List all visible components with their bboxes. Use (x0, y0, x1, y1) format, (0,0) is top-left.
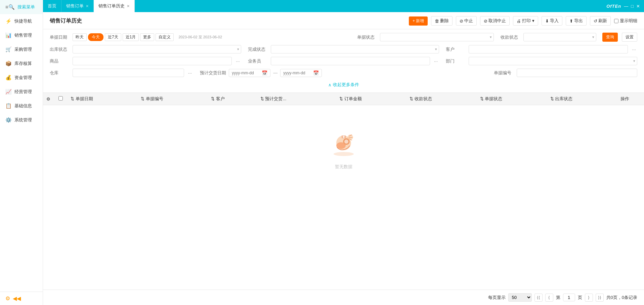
sidebar-item-purchase-mgmt[interactable]: 🛒 采购管理 (0, 42, 43, 56)
sidebar-settings-icon[interactable]: ⚙ (5, 295, 10, 302)
show-detail-checkbox-label[interactable]: 显示明细 (614, 18, 637, 24)
delivery-date-from-calendar-icon[interactable]: 📅 (262, 70, 267, 76)
date-btn-yesterday[interactable]: 昨天 (73, 33, 87, 41)
export-button[interactable]: ⬆ 导出 (566, 16, 587, 26)
delivery-date-from-input[interactable] (232, 71, 260, 75)
collapse-up-icon: ∧ (328, 82, 332, 87)
th-order-status-label: ⇅ 单据状态 (480, 96, 503, 101)
content-area: 销售订单历史 + 新增 🗑 🗑 删除 删除 ⊘ 中止 ⊘ 取消中止 (43, 12, 644, 305)
quick-nav-icon: ⚡ (5, 18, 12, 24)
order-no-input[interactable] (517, 69, 637, 77)
order-status-select[interactable] (380, 33, 494, 41)
dept-select[interactable] (469, 57, 637, 65)
customer-input[interactable] (469, 45, 628, 53)
delivery-date-to-input[interactable] (283, 71, 312, 75)
sidebar: ≡🔍 搜索菜单 ⚡ 快捷导航 📊 销售管理 🛒 采购管理 📦 库存核算 💰 资金… (0, 0, 43, 305)
product-dots-btn[interactable]: ··· (234, 59, 241, 64)
th-customer: ⇅ 客户 (208, 93, 257, 105)
th-delivery-date: ⇅ 预计交货... (257, 93, 336, 105)
settings-button[interactable]: 设置 (622, 33, 637, 42)
purchase-mgmt-icon: 🛒 (5, 46, 12, 52)
filter-out-status: 出库状态 ▾ (50, 45, 241, 53)
date-btn-custom[interactable]: 自定义 (156, 33, 174, 41)
date-btn-1month[interactable]: 近1月 (123, 33, 139, 41)
sidebar-item-search-menu[interactable]: ≡🔍 搜索菜单 (0, 0, 43, 14)
main-area: 首页 销售订单 ✕ 销售订单历史 ✕ OfTEn — □ ✕ 销售订单历史 + … (43, 0, 644, 305)
salesperson-dots-btn[interactable]: ··· (433, 59, 439, 64)
table-settings-icon[interactable]: ⚙ (46, 97, 50, 102)
date-btn-7days[interactable]: 近7天 (105, 33, 121, 41)
first-page-btn[interactable]: ⟨⟨ (534, 294, 543, 302)
table-header-row: ⚙ ⇅ 单据日期 ⇅ 单据编号 ⇅ 客户 (43, 93, 644, 105)
sidebar-label-search-menu: 搜索菜单 (17, 4, 35, 10)
sidebar-item-system-mgmt[interactable]: ⚙️ 系统管理 (0, 113, 43, 127)
out-status-select[interactable] (73, 45, 241, 53)
system-mgmt-icon: ⚙️ (5, 117, 12, 123)
sidebar-item-capital-mgmt[interactable]: 💰 资金管理 (0, 71, 43, 85)
th-order-status: ⇅ 单据状态 (477, 93, 547, 105)
date-dash: — (273, 70, 277, 75)
sidebar-label-basic-info: 基础信息 (14, 103, 32, 109)
payment-status-select[interactable] (523, 33, 596, 41)
next-page-btn[interactable]: ⟩ (585, 294, 593, 302)
topbar-close-btn[interactable]: ✕ (636, 4, 640, 9)
new-button[interactable]: + 新增 (409, 16, 428, 26)
tab-sales-order-history[interactable]: 销售订单历史 ✕ (94, 0, 135, 12)
import-button[interactable]: ⬇ 导入 (542, 16, 562, 26)
sidebar-label-system-mgmt: 系统管理 (14, 117, 32, 123)
delivery-date-from-box: 📅 (229, 69, 270, 77)
complete-status-select[interactable] (271, 45, 439, 53)
tab-sales-order-history-label: 销售订单历史 (98, 3, 125, 9)
filter-order-no: 单据编号 (494, 69, 637, 77)
tab-sales-order-history-close[interactable]: ✕ (127, 4, 130, 8)
th-settings: ⚙ (43, 93, 55, 105)
salesperson-input[interactable] (271, 57, 430, 65)
topbar-min-btn[interactable]: — (624, 4, 628, 9)
sidebar-item-quick-nav[interactable]: ⚡ 快捷导航 (0, 14, 43, 28)
print-button[interactable]: 🖨 打印 ▾ (513, 16, 538, 26)
topbar-max-btn[interactable]: □ (631, 4, 634, 9)
collapse-row[interactable]: ∧ 收起更多条件 (50, 80, 637, 89)
last-page-btn[interactable]: ⟩⟩ (596, 294, 604, 302)
date-btn-today[interactable]: 今天 (88, 33, 103, 41)
refresh-button[interactable]: ↺ 刷新 (590, 16, 611, 26)
prev-page-btn[interactable]: ⟨ (545, 294, 553, 302)
sidebar-item-inventory-check[interactable]: 📦 库存核算 (0, 56, 43, 71)
customer-label: 客户 (446, 46, 466, 52)
page-input[interactable] (563, 294, 575, 301)
import-icon: ⬇ (545, 18, 549, 24)
dept-label: 部门 (446, 58, 466, 64)
warehouse-dots-btn[interactable]: ··· (187, 70, 194, 76)
product-input[interactable] (73, 57, 232, 65)
sidebar-item-sales-mgmt[interactable]: 📊 销售管理 (0, 28, 43, 42)
query-button[interactable]: 查询 (602, 33, 618, 42)
filter-complete-status: 完成状态 ▾ (248, 45, 439, 53)
per-page-select[interactable]: 50 10 20 100 (508, 293, 532, 302)
date-btn-more[interactable]: 更多 (140, 33, 154, 41)
out-status-select-wrapper: ▾ (73, 45, 241, 53)
th-ops: 操作 (617, 93, 644, 105)
total-text: 共0页，0条记录 (606, 295, 637, 301)
sales-mgmt-icon: 📊 (5, 32, 12, 38)
tab-sales-order-close[interactable]: ✕ (86, 4, 89, 8)
complete-status-label: 完成状态 (248, 46, 268, 52)
th-out-status: ⇅ 出库状态 (547, 93, 617, 105)
tab-home[interactable]: 首页 (43, 0, 61, 12)
cancel-stop-button[interactable]: ⊘ 取消中止 (480, 16, 510, 26)
select-all-checkbox[interactable] (58, 96, 63, 101)
sidebar-collapse-icon[interactable]: ◀◀ (13, 295, 21, 302)
th-ops-label: 操作 (620, 96, 629, 101)
sidebar-item-operations-mgmt[interactable]: 📈 经营管理 (0, 85, 43, 99)
delivery-date-to-calendar-icon[interactable]: 📅 (313, 70, 319, 76)
filter-customer: 客户 ··· (446, 45, 637, 53)
delete-button[interactable]: 🗑 🗑 删除 删除 (431, 16, 453, 26)
th-payment-status-label: ⇅ 收款状态 (410, 96, 432, 101)
customer-dots-btn[interactable]: ··· (631, 47, 637, 52)
warehouse-input[interactable] (73, 69, 184, 77)
tab-sales-order[interactable]: 销售订单 ✕ (61, 0, 94, 12)
per-page-label: 每页显示 (488, 295, 506, 301)
show-detail-checkbox[interactable] (614, 19, 618, 23)
sidebar-item-basic-info[interactable]: 📋 基础信息 (0, 99, 43, 113)
stop-button[interactable]: ⊘ 中止 (456, 16, 477, 26)
th-delivery-date-label: ⇅ 预计交货... (260, 96, 286, 101)
